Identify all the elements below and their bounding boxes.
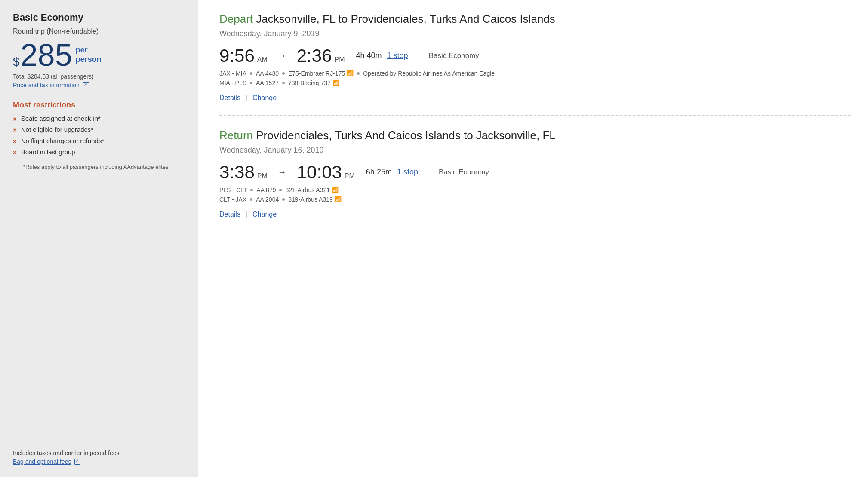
depart-time-value: 9:56 <box>219 47 255 65</box>
seg2-wifi-icon: 📶 <box>332 80 339 86</box>
price-tax-link[interactable]: Price and tax information <box>13 82 185 89</box>
sep2 <box>282 72 285 75</box>
includes-fees-text: Includes taxes and carrier imposed fees. <box>13 449 185 456</box>
seg1-operator: Operated by Republic Airlines As America… <box>363 70 495 77</box>
depart-details-link[interactable]: Details <box>219 94 240 102</box>
return-depart-time-ampm: PM <box>257 172 268 180</box>
depart-date: Wednesday, January 9, 2019 <box>219 29 851 38</box>
return-arrive-time-block: 10:03 PM <box>297 163 355 181</box>
x-icon-1: × <box>13 115 17 122</box>
depart-section: Depart Jacksonville, FL to Providenciale… <box>219 12 851 115</box>
ret-seg1-flight: AA 879 <box>256 187 276 193</box>
restrictions-note: *Rules apply to all passengers including… <box>13 164 185 170</box>
seg2-flight: AA 1527 <box>256 80 279 86</box>
depart-segment1-line: JAX - MIA AA 4430 E75-Embraer RJ-175 📶 O… <box>219 70 851 77</box>
depart-change-link[interactable]: Change <box>252 94 277 102</box>
depart-duration-block: 4h 40m 1 stop <box>356 51 408 60</box>
sep4 <box>250 82 252 84</box>
ret-seg2-aircraft: 319-Airbus A319 <box>288 196 333 203</box>
return-change-link[interactable]: Change <box>252 211 277 218</box>
depart-times-row: 9:56 AM → 2:36 PM 4h 40m 1 stop Basic Ec… <box>219 47 851 65</box>
restriction-text-1: Seats assigned at check-in* <box>21 115 101 122</box>
price-row: $ 285 perperson <box>13 40 185 70</box>
sep5 <box>282 82 285 84</box>
seg1-route: JAX - MIA <box>219 70 246 77</box>
arrive-time-block: 2:36 PM <box>297 47 345 65</box>
depart-fare-class: Basic Economy <box>429 52 479 60</box>
trip-type-label: Round trip (Non-refundable) <box>13 28 185 35</box>
restriction-text-3: No flight changes or refunds* <box>21 137 104 144</box>
return-details-row: PLS - CLT AA 879 321-Airbus A321 📶 CLT -… <box>219 187 851 203</box>
return-direction-word: Return <box>219 129 253 142</box>
restrictions-title: Most restrictions <box>13 101 185 110</box>
restriction-item-3: × No flight changes or refunds* <box>13 137 185 145</box>
ret-seg1-wifi-icon: 📶 <box>332 187 339 193</box>
restriction-item-2: × Not eligible for upgrades* <box>13 126 185 134</box>
depart-time-block: 9:56 AM <box>219 47 268 65</box>
return-depart-time-value: 3:38 <box>219 163 255 181</box>
sep1 <box>250 72 252 75</box>
seg1-aircraft: E75-Embraer RJ-175 <box>288 70 345 77</box>
sep3 <box>357 72 360 75</box>
arrive-time-value: 2:36 <box>297 47 332 65</box>
price-per-person: perperson <box>76 46 102 64</box>
total-price-label: Total $284.53 (all passengers) <box>13 73 185 80</box>
x-icon-4: × <box>13 149 17 156</box>
fare-type-label: Basic Economy <box>13 12 185 23</box>
return-header: Return Providenciales, Turks And Caicos … <box>219 128 851 143</box>
depart-stops-link[interactable]: 1 stop <box>387 51 408 60</box>
return-arrive-time-value: 10:03 <box>297 163 342 181</box>
restriction-item-1: × Seats assigned at check-in* <box>13 115 185 122</box>
arrive-time-ampm: PM <box>335 56 345 64</box>
price-amount: 285 <box>21 40 72 70</box>
return-depart-time-block: 3:38 PM <box>219 163 268 181</box>
ret-seg2-route: CLT - JAX <box>219 196 246 203</box>
depart-route: Jacksonville, FL to Providenciales, Turk… <box>256 12 555 25</box>
return-segment2-line: CLT - JAX AA 2004 319-Airbus A319 📶 <box>219 196 851 203</box>
depart-arrow-icon: → <box>278 51 286 61</box>
depart-header: Depart Jacksonville, FL to Providenciale… <box>219 12 851 27</box>
return-details-link[interactable]: Details <box>219 211 240 218</box>
return-segment1-line: PLS - CLT AA 879 321-Airbus A321 📶 <box>219 187 851 193</box>
restrictions-list: × Seats assigned at check-in* × Not elig… <box>13 115 185 159</box>
seg2-route: MIA - PLS <box>219 80 246 86</box>
bag-fees-link[interactable]: Bag and optional fees <box>13 458 185 465</box>
depart-direction-word: Depart <box>219 12 253 25</box>
price-dollar-sign: $ <box>13 55 20 69</box>
seg2-aircraft: 738-Boeing 737 <box>288 80 331 86</box>
external-link-icon <box>83 82 89 88</box>
depart-duration-text: 4h 40m <box>356 51 382 60</box>
x-icon-2: × <box>13 126 17 134</box>
return-stops-link[interactable]: 1 stop <box>397 168 418 177</box>
left-panel: Basic Economy Round trip (Non-refundable… <box>0 0 198 477</box>
return-fare-class: Basic Economy <box>439 168 489 177</box>
return-date: Wednesday, January 16, 2019 <box>219 146 851 155</box>
depart-details-row: JAX - MIA AA 4430 E75-Embraer RJ-175 📶 O… <box>219 70 851 86</box>
restriction-text-2: Not eligible for upgrades* <box>21 126 93 133</box>
return-section: Return Providenciales, Turks And Caicos … <box>219 115 851 231</box>
seg1-flight: AA 4430 <box>256 70 279 77</box>
restriction-text-4: Board in last group <box>21 148 75 156</box>
return-actions: Details | Change <box>219 211 851 218</box>
seg1-wifi-icon: 📶 <box>347 70 354 76</box>
action-sep-1: | <box>246 94 247 102</box>
return-route: Providenciales, Turks And Caicos Islands… <box>256 129 556 142</box>
return-arrive-time-ampm: PM <box>345 172 355 180</box>
return-arrow-icon: → <box>278 167 286 177</box>
ret-seg2-flight: AA 2004 <box>256 196 279 203</box>
restriction-item-4: × Board in last group <box>13 148 185 156</box>
bottom-area: Includes taxes and carrier imposed fees.… <box>13 449 185 465</box>
ret-sep2 <box>279 189 282 191</box>
x-icon-3: × <box>13 138 17 145</box>
ret-sep4 <box>282 198 285 201</box>
return-duration-block: 6h 25m 1 stop <box>366 168 418 177</box>
bag-fees-external-icon <box>74 459 80 465</box>
ret-sep3 <box>250 198 252 201</box>
action-sep-2: | <box>246 211 247 218</box>
return-duration-text: 6h 25m <box>366 168 392 177</box>
right-panel: Depart Jacksonville, FL to Providenciale… <box>198 0 868 477</box>
depart-actions: Details | Change <box>219 94 851 102</box>
ret-seg1-aircraft: 321-Airbus A321 <box>285 187 330 193</box>
depart-segment2-line: MIA - PLS AA 1527 738-Boeing 737 📶 <box>219 80 851 86</box>
ret-seg1-route: PLS - CLT <box>219 187 247 193</box>
